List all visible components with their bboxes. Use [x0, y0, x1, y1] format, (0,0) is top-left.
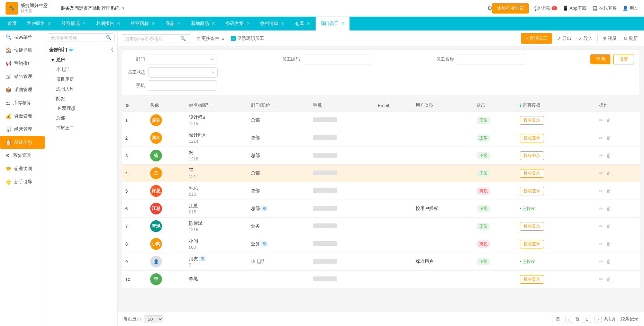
online-service-button[interactable]: 🎧 在线客服: [592, 5, 617, 11]
filter-status-select[interactable]: [148, 67, 218, 78]
collapse-icon[interactable]: 《: [109, 47, 113, 53]
sidebar-item[interactable]: ⚙系统管理: [0, 149, 45, 162]
tab-close-icon[interactable]: ✕: [48, 21, 51, 26]
delete-row-icon[interactable]: 🗑: [606, 259, 611, 264]
tab-close-icon[interactable]: ✕: [117, 21, 120, 26]
edit-row-icon[interactable]: ✏: [599, 259, 603, 264]
filter-emp-code-input[interactable]: [303, 54, 372, 64]
edit-row-icon[interactable]: ✏: [599, 223, 603, 229]
import-button[interactable]: ↙ 导入: [576, 34, 595, 43]
sort-phone-icon[interactable]: ↕: [324, 104, 326, 107]
filter-search-button[interactable]: 查询: [590, 54, 610, 64]
show-resigned-toggle[interactable]: 显示离职员工: [231, 35, 264, 42]
sidebar-item[interactable]: 💰资金管理: [0, 109, 45, 123]
dept-group[interactable]: ▼总部: [48, 55, 115, 65]
nav-tab[interactable]: 物料清单✕: [255, 17, 289, 30]
dropdown-arrow-icon[interactable]: ▾: [122, 6, 125, 11]
nav-tab[interactable]: 部门员工✕: [316, 17, 350, 30]
sidebar-item[interactable]: 🌟新手引导: [0, 175, 45, 188]
message-button[interactable]: 💬 消息 5: [534, 5, 557, 11]
refresh-button[interactable]: ↻ 刷新: [622, 34, 640, 43]
dept-item[interactable]: 沈阳大库: [48, 84, 115, 94]
nav-tab[interactable]: 客户联络✕: [22, 17, 56, 30]
edit-row-icon[interactable]: ✏: [599, 170, 603, 176]
nav-tab[interactable]: 经营情况✕: [57, 17, 91, 30]
filter-phone-input[interactable]: [148, 80, 217, 91]
auth-button[interactable]: 授权登录: [520, 169, 544, 178]
auth-button[interactable]: 授权登录: [520, 116, 544, 125]
auth-button[interactable]: 授权登录: [520, 187, 544, 195]
edit-row-icon[interactable]: ✏: [599, 117, 603, 123]
sort-dept-icon[interactable]: ↕: [272, 104, 274, 107]
delete-row-icon[interactable]: 🗑: [606, 276, 611, 282]
dept-item[interactable]: ▶双鹿想: [48, 104, 115, 113]
sidebar-item[interactable]: 📊经营管理: [0, 123, 45, 136]
nav-tab[interactable]: 新增商品✕: [186, 17, 220, 30]
export-button[interactable]: ↗ 导出: [555, 34, 573, 43]
edit-row-icon[interactable]: ✏: [599, 276, 603, 282]
delete-row-icon[interactable]: 🗑: [606, 241, 611, 247]
edit-row-icon[interactable]: ✏: [599, 135, 603, 141]
first-page-button[interactable]: 首: [553, 315, 563, 323]
user-button[interactable]: 👤 用友: [623, 5, 638, 11]
tab-close-icon[interactable]: ✕: [246, 21, 250, 26]
search-icon[interactable]: 🔍: [180, 36, 186, 41]
auth-button[interactable]: 授权登录: [520, 151, 544, 160]
col-name[interactable]: 姓名/编码 ↕: [185, 99, 247, 112]
next-page-button[interactable]: ›: [594, 316, 602, 323]
col-settings[interactable]: ⚙: [122, 99, 147, 112]
edit-icon[interactable]: ✏: [69, 47, 73, 53]
tab-close-icon[interactable]: ✕: [177, 21, 181, 26]
filter-dept-select[interactable]: [148, 54, 217, 64]
trial-button[interactable]: 体验行业方案: [492, 3, 529, 14]
dept-search-input[interactable]: [51, 35, 106, 40]
delete-row-icon[interactable]: 🗑: [606, 223, 611, 229]
show-resigned-checkbox[interactable]: [231, 36, 236, 41]
delete-row-icon[interactable]: 🗑: [606, 117, 611, 123]
auth-button[interactable]: 授权登录: [520, 240, 544, 248]
prev-page-button[interactable]: ‹: [565, 316, 573, 323]
view-button[interactable]: ⊞ 视录: [600, 34, 619, 43]
delete-row-icon[interactable]: 🗑: [606, 188, 611, 194]
edit-row-icon[interactable]: ✏: [599, 241, 603, 247]
sidebar-item[interactable]: 📦采购管理: [0, 83, 45, 96]
filter-emp-name-input[interactable]: [457, 54, 526, 64]
info-icon[interactable]: ℹ: [520, 103, 521, 108]
delete-row-icon[interactable]: 🗑: [606, 153, 611, 158]
nav-tab[interactable]: 利润报告✕: [91, 17, 125, 30]
gear-icon[interactable]: ⚙: [487, 5, 492, 11]
delete-row-icon[interactable]: 🗑: [606, 206, 611, 211]
tab-close-icon[interactable]: ✕: [307, 21, 310, 26]
nav-tab[interactable]: 仓库✕: [290, 17, 315, 30]
tab-close-icon[interactable]: ✕: [341, 21, 345, 26]
sidebar-item[interactable]: 🤝企业协同: [0, 162, 45, 175]
add-employee-button[interactable]: + 新增员工: [521, 33, 552, 44]
col-phone[interactable]: 手机 ↕: [309, 99, 374, 112]
app-download-button[interactable]: 📱 App下载: [563, 5, 587, 11]
auth-button[interactable]: 授权登录: [520, 222, 544, 231]
sidebar-item[interactable]: 📢营销推广: [0, 57, 45, 70]
nav-tab[interactable]: 经营历程✕: [126, 17, 160, 30]
edit-row-icon[interactable]: ✏: [599, 153, 603, 158]
nav-tab[interactable]: 首页: [3, 17, 21, 30]
sidebar-item[interactable]: 🏠快捷导航: [0, 44, 45, 57]
dept-item[interactable]: 总部: [48, 113, 115, 123]
settings-icon[interactable]: ⚙: [125, 103, 129, 108]
more-filter-button[interactable]: ▽ 更多条件 ▲: [194, 34, 228, 43]
tab-close-icon[interactable]: ✕: [152, 21, 155, 26]
sidebar-item[interactable]: 📋基础信息: [0, 136, 45, 149]
employee-search-input[interactable]: [125, 36, 180, 41]
delete-row-icon[interactable]: 🗑: [606, 170, 611, 176]
search-icon[interactable]: 🔍: [106, 35, 111, 40]
sidebar-item[interactable]: 🛒销售管理: [0, 70, 45, 83]
dept-item[interactable]: 小电部: [48, 65, 115, 74]
delete-row-icon[interactable]: 🗑: [606, 135, 611, 141]
sidebar-item[interactable]: 🗃库存核算: [0, 96, 45, 109]
dept-item[interactable]: 配货: [48, 94, 115, 104]
nav-tab[interactable]: 条码方案✕: [221, 17, 255, 30]
dept-item[interactable]: 项目库房: [48, 74, 115, 84]
edit-row-icon[interactable]: ✏: [599, 188, 603, 194]
auth-button[interactable]: 授权登录: [520, 275, 544, 284]
tab-close-icon[interactable]: ✕: [82, 21, 86, 26]
tab-close-icon[interactable]: ✕: [212, 21, 215, 26]
